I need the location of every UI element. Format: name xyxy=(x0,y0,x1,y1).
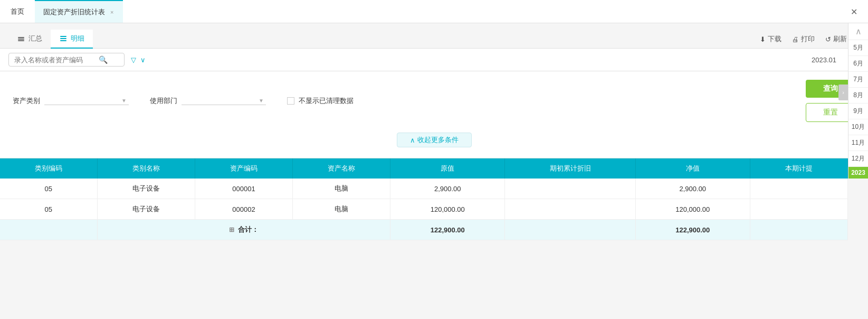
month-item-6[interactable]: 6月 xyxy=(848,56,868,72)
filter-panel: 资产类别 ▼ 使用部门 ▼ 不显示已清理数据 查询 重置 ∧ 收起更多条件 xyxy=(0,71,868,158)
col-header-cumulative-depr: 期初累计折旧 xyxy=(505,158,636,179)
summary-icon: ⊞ xyxy=(229,226,234,233)
cell-original-value-2: 120,000.00 xyxy=(390,199,505,220)
cell-category-code-1: 05 xyxy=(0,179,97,199)
col-header-current-provision: 本期计提 xyxy=(750,158,847,179)
print-label: 打印 xyxy=(801,34,815,44)
tab-summary-label: 汇总 xyxy=(28,34,42,43)
summary-label-cell: ⊞ 合计： xyxy=(97,220,390,240)
col-header-asset-code: 资产编码 xyxy=(195,158,292,179)
tab-detail[interactable]: 明细 xyxy=(51,30,93,49)
col-header-category-name: 类别名称 xyxy=(97,158,195,179)
refresh-icon: ↺ xyxy=(825,35,831,43)
summary-net-value: 122,900.00 xyxy=(635,220,750,240)
refresh-label: 刷新 xyxy=(833,34,847,44)
svg-rect-3 xyxy=(60,36,66,37)
cell-current-provision-1 xyxy=(750,179,847,199)
cell-asset-code-2: 000002 xyxy=(195,199,292,220)
tab-summary[interactable]: 汇总 xyxy=(8,30,51,49)
table-row: 05 电子设备 000002 电脑 120,000.00 120,000.00 xyxy=(0,199,848,220)
top-nav: 首页 固定资产折旧统计表 × ✕ xyxy=(0,0,868,23)
summary-cumulative-depr xyxy=(505,220,636,240)
date-label: 2023.01 xyxy=(812,56,836,64)
download-label: 下载 xyxy=(768,34,781,44)
nav-tab-close-icon[interactable]: × xyxy=(109,8,115,16)
cell-asset-code-1: 000001 xyxy=(195,179,292,199)
cell-asset-name-2: 电脑 xyxy=(293,199,390,220)
download-button[interactable]: ⬇ 下载 xyxy=(760,34,781,44)
month-item-11[interactable]: 11月 xyxy=(848,135,868,151)
asset-category-label: 资产类别 xyxy=(13,96,40,106)
table-container: 类别编码 类别名称 资产编码 资产名称 原值 期初累计折旧 净值 本期计提 05… xyxy=(0,158,848,240)
summary-original-value: 122,900.00 xyxy=(390,220,505,240)
toolbar-tabs: 汇总 明细 ⬇ 下载 🖨 打印 ↺ 刷新 xyxy=(0,23,868,49)
collapse-button[interactable]: ∧ 收起更多条件 xyxy=(397,133,472,147)
tab-detail-label: 明细 xyxy=(71,34,84,43)
detail-icon xyxy=(59,34,68,43)
cell-net-value-2: 120,000.00 xyxy=(635,199,750,220)
nav-tab-active[interactable]: 固定资产折旧统计表 × xyxy=(35,0,123,23)
print-button[interactable]: 🖨 打印 xyxy=(792,34,815,44)
asset-category-arrow-icon: ▼ xyxy=(121,98,127,104)
cell-category-name-2: 电子设备 xyxy=(97,199,195,220)
filter-row-1: 资产类别 ▼ 使用部门 ▼ 不显示已清理数据 查询 重置 xyxy=(13,80,855,122)
year-badge: 2023 xyxy=(848,167,868,179)
col-header-asset-name: 资产名称 xyxy=(293,158,390,179)
no-cleared-label: 不显示已清理数据 xyxy=(299,96,354,106)
asset-category-select[interactable]: ▼ xyxy=(44,97,129,105)
more-conditions-button[interactable]: ▽ ∨ xyxy=(131,56,146,64)
month-item-5[interactable]: 5月 xyxy=(848,40,868,56)
summary-icon xyxy=(17,34,25,43)
toolbar-actions: ⬇ 下载 🖨 打印 ↺ 刷新 xyxy=(760,34,847,44)
table-body: 05 电子设备 000001 电脑 2,900.00 2,900.00 05 电… xyxy=(0,179,848,240)
department-select[interactable]: ▼ xyxy=(182,97,266,105)
nav-tab-label: 固定资产折旧统计表 xyxy=(43,7,105,17)
chevron-down-icon: ∨ xyxy=(140,56,146,64)
table-header: 类别编码 类别名称 资产编码 资产名称 原值 期初累计折旧 净值 本期计提 xyxy=(0,158,848,179)
summary-label: 合计： xyxy=(238,226,259,233)
summary-current-provision xyxy=(750,220,847,240)
cell-category-code-2: 05 xyxy=(0,199,97,220)
no-cleared-checkbox[interactable] xyxy=(287,97,294,105)
nav-home[interactable]: 首页 xyxy=(0,0,35,23)
month-item-12[interactable]: 12月 xyxy=(848,151,868,167)
svg-rect-0 xyxy=(18,37,24,38)
cell-current-provision-2 xyxy=(750,199,847,220)
print-icon: 🖨 xyxy=(792,35,799,43)
department-field: 使用部门 ▼ xyxy=(150,96,266,106)
month-nav-up-button[interactable]: ∧ xyxy=(848,23,868,40)
department-label: 使用部门 xyxy=(150,96,177,106)
download-icon: ⬇ xyxy=(760,35,766,43)
table-row: 05 电子设备 000001 电脑 2,900.00 2,900.00 xyxy=(0,179,848,199)
search-input-wrapper[interactable]: 🔍 xyxy=(8,53,125,67)
month-item-9[interactable]: 9月 xyxy=(848,104,868,119)
svg-rect-5 xyxy=(60,40,66,41)
cell-category-name-1: 电子设备 xyxy=(97,179,195,199)
collapse-bar: ∧ 收起更多条件 xyxy=(13,128,855,149)
col-header-net-value: 净值 xyxy=(635,158,750,179)
collapse-up-icon: ∧ xyxy=(410,136,415,144)
svg-rect-1 xyxy=(18,39,24,40)
svg-rect-4 xyxy=(60,38,66,39)
col-header-original-value: 原值 xyxy=(390,158,505,179)
search-bar: 🔍 ▽ ∨ 2023.01 xyxy=(0,49,868,71)
refresh-button[interactable]: ↺ 刷新 xyxy=(825,34,847,44)
asset-category-field: 资产类别 ▼ xyxy=(13,96,129,106)
col-header-category-code: 类别编码 xyxy=(0,158,97,179)
cell-asset-name-1: 电脑 xyxy=(293,179,390,199)
cell-cumulative-depr-1 xyxy=(505,179,636,199)
month-sidebar: ∧ 5月 6月 7月 8月 9月 10月 11月 12月 2023 xyxy=(848,23,868,179)
search-input[interactable] xyxy=(14,56,99,64)
filter-icon: ▽ xyxy=(131,56,136,64)
summary-icon-cell xyxy=(0,220,97,240)
data-table: 类别编码 类别名称 资产编码 资产名称 原值 期初累计折旧 净值 本期计提 05… xyxy=(0,158,848,240)
department-arrow-icon: ▼ xyxy=(259,98,264,104)
month-item-7[interactable]: 7月 xyxy=(848,72,868,88)
month-item-10[interactable]: 10月 xyxy=(848,119,868,135)
cell-cumulative-depr-2 xyxy=(505,199,636,220)
month-item-8[interactable]: 8月 xyxy=(848,88,868,104)
sidebar-expand-arrow[interactable]: › xyxy=(838,85,848,100)
collapse-label: 收起更多条件 xyxy=(417,135,459,145)
summary-row: ⊞ 合计： 122,900.00 122,900.00 xyxy=(0,220,848,240)
window-close-button[interactable]: ✕ xyxy=(851,6,857,16)
